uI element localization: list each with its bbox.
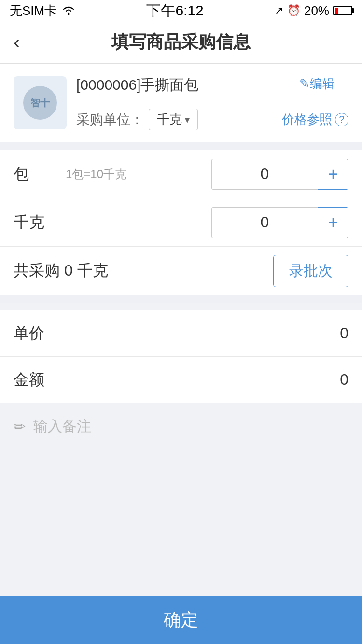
product-logo: 智十 [23,86,57,120]
notes-icon: ✏ [14,418,26,435]
confirm-button-wrapper: 确定 [0,596,362,644]
carrier-label: 无SIM卡 [10,2,57,19]
confirm-button[interactable]: 确定 [0,596,362,644]
alarm-icon: ⏰ [287,4,300,17]
status-bar: 无SIM卡 下午6:12 ↗ ⏰ 20% [0,0,362,21]
product-image: 智十 [14,76,67,129]
kg-input-row: 千克 0 + [0,198,362,247]
unit-price-row: 单价 0 [0,310,362,357]
amount-value: 0 [340,371,348,389]
unit-price-label: 单价 [14,323,44,344]
amount-label: 金额 [14,369,44,391]
bao-input-field[interactable]: 0 [211,159,318,190]
battery-icon [333,6,352,15]
unit-value: 千克 [157,111,182,128]
kg-input-wrapper: 0 + [211,207,348,238]
price-ref-help-icon: ? [335,113,348,126]
wifi-icon [62,3,75,18]
price-reference-button[interactable]: 价格参照 ? [282,111,348,128]
section-divider-1 [0,142,362,150]
unit-dropdown-arrow: ▾ [185,114,190,126]
price-ref-label: 价格参照 [282,111,332,128]
location-icon: ↗ [275,4,283,17]
unit-label: 采购单位： [76,111,144,129]
info-section: 单价 0 金额 0 [0,310,362,403]
product-card: 智十 [0000006]手撕面包 ✎编辑 采购单位： 千克 ▾ 价格参照 ? [0,64,362,142]
empty-space [0,450,362,595]
amount-row: 金额 0 [0,357,362,403]
bao-sublabel: 1包=10千克 [66,167,211,182]
notes-section[interactable]: ✏ 输入备注 [0,403,362,450]
bao-input-row: 包 1包=10千克 0 + [0,150,362,198]
record-batch-button[interactable]: 录批次 [273,255,348,287]
summary-row: 共采购 0 千克 录批次 [0,247,362,295]
unit-price-value: 0 [340,324,348,342]
bao-label: 包 [14,164,62,185]
kg-label: 千克 [14,212,62,233]
page-title: 填写商品采购信息 [111,30,251,54]
status-left: 无SIM卡 [10,2,75,19]
product-info: [0000006]手撕面包 ✎编辑 采购单位： 千克 ▾ 价格参照 ? [76,75,348,130]
status-time: 下午6:12 [146,1,203,21]
notes-placeholder: 输入备注 [33,417,91,436]
back-button[interactable]: ‹ [14,31,20,53]
input-section: 包 1包=10千克 0 + 千克 0 + [0,150,362,247]
edit-button[interactable]: ✎编辑 [299,75,335,92]
section-divider-2 [0,295,362,303]
bao-input-wrapper: 0 + [211,159,348,190]
status-right: ↗ ⏰ 20% [275,3,352,18]
summary-text: 共采购 0 千克 [14,260,108,281]
unit-select[interactable]: 千克 ▾ [149,109,198,130]
kg-input-field[interactable]: 0 [211,207,318,238]
nav-bar: ‹ 填写商品采购信息 [0,21,362,64]
product-full-name: [0000006]手撕面包 [76,75,198,95]
bao-plus-button[interactable]: + [318,159,348,190]
battery-percent: 20% [304,3,329,18]
kg-plus-button[interactable]: + [318,207,348,238]
